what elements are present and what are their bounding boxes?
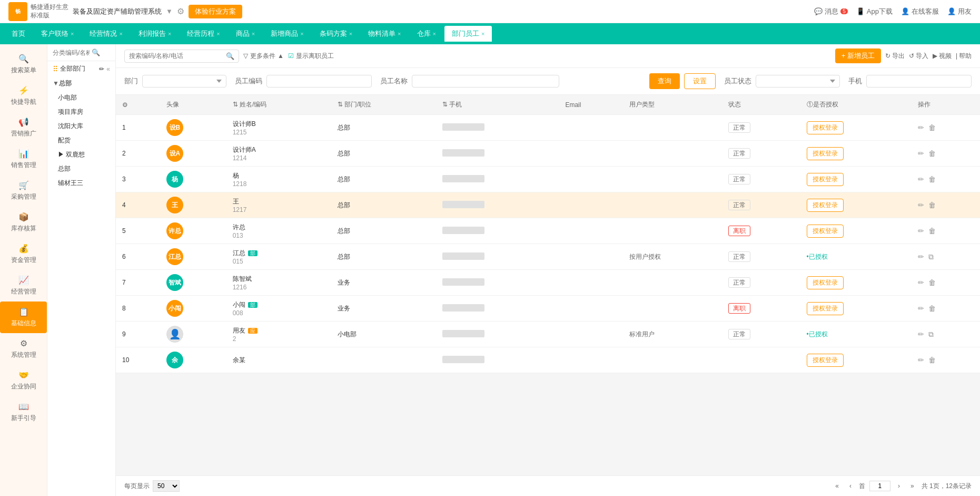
next-page-btn[interactable]: › [895, 481, 903, 491]
edit-icon[interactable]: ✏ [918, 304, 924, 313]
nav-collab[interactable]: 🤝企业协同 [0, 365, 47, 396]
page-number-input[interactable] [869, 481, 890, 491]
copy-icon[interactable]: ⧉ [928, 330, 934, 339]
tab-bom[interactable]: 物料清单 × [361, 26, 408, 42]
sidebar-search-box[interactable]: 🔍 [53, 48, 100, 56]
dept-item-zongbu-parent[interactable]: ▼总部 [47, 76, 115, 91]
auth-button[interactable]: 授权登录 [807, 199, 844, 212]
search-icon[interactable]: 🔍 [226, 52, 234, 60]
dept-item-xiangmukufang[interactable]: 项目库房 [47, 105, 115, 119]
tab-new-goods[interactable]: 新增商品 × [263, 26, 311, 42]
all-dept-title[interactable]: ⠿ 全部部门 ✏ « [47, 61, 115, 76]
edit-icon[interactable]: ✏ [918, 175, 924, 183]
tab-dept-staff[interactable]: 部门员工 × [444, 26, 492, 42]
close-icon[interactable]: × [433, 31, 436, 37]
close-icon[interactable]: × [300, 31, 303, 37]
col-name-code[interactable]: ⇅ 姓名/编码 [226, 95, 331, 115]
user-menu[interactable]: 👤 用友 [947, 7, 972, 16]
close-icon[interactable]: × [71, 31, 74, 37]
edit-icon[interactable]: ✏ [918, 227, 924, 235]
sidebar-search-icon[interactable]: 🔍 [92, 48, 100, 56]
last-page-btn[interactable]: » [907, 481, 917, 491]
online-service-btn[interactable]: 👤 在线客服 [901, 7, 939, 16]
edit-icon[interactable]: ✏ [918, 330, 924, 338]
nav-purchase[interactable]: 🛒采购管理 [0, 175, 47, 207]
emp-status-select[interactable] [756, 75, 840, 87]
show-resigned-toggle[interactable]: ☑ 显示离职员工 [288, 52, 334, 61]
nav-shortcut[interactable]: ⚡快捷导航 [0, 80, 47, 112]
query-button[interactable]: 查询 [649, 73, 680, 89]
nav-guide[interactable]: 📖新手引导 [0, 396, 47, 428]
close-icon[interactable]: × [481, 31, 484, 37]
export-button[interactable]: ↻ 导出 [885, 52, 905, 61]
tab-home[interactable]: 首页 [4, 26, 33, 42]
tab-customer[interactable]: 客户联络 × [34, 26, 81, 42]
dept-item-xiaodiandian[interactable]: 小电部 [47, 91, 115, 105]
help-button[interactable]: | 帮助 [956, 52, 972, 61]
emp-name-input[interactable] [412, 75, 559, 87]
auth-button[interactable]: 授权登录 [807, 225, 844, 238]
auth-button[interactable]: 授权登录 [807, 173, 844, 186]
nav-marketing[interactable]: 📢营销推广 [0, 112, 47, 143]
tab-history[interactable]: 经营历程 × [180, 26, 227, 42]
delete-icon[interactable]: 🗑 [928, 304, 936, 313]
nav-finance[interactable]: 💰资金管理 [0, 238, 47, 270]
tab-profit[interactable]: 利润报告 × [131, 26, 179, 42]
tab-goods[interactable]: 商品 × [229, 26, 262, 42]
delete-icon[interactable]: 🗑 [928, 175, 936, 183]
trial-button[interactable]: 体验行业方案 [189, 5, 242, 18]
edit-icon[interactable]: ✏ [918, 123, 924, 132]
dept-item-shenyangdaku[interactable]: 沈阳大库 [47, 119, 115, 133]
message-btn[interactable]: 💬 消息 5 [814, 7, 848, 16]
emp-code-input[interactable] [266, 75, 372, 87]
close-icon[interactable]: × [168, 31, 171, 37]
auth-button[interactable]: 授权登录 [807, 354, 844, 367]
collapse-sidebar-icon[interactable]: « [106, 65, 110, 73]
nav-search[interactable]: 🔍搜索菜单 [0, 48, 47, 80]
system-dropdown-icon[interactable]: ▼ [166, 7, 173, 15]
edit-icon[interactable]: ✏ [918, 149, 924, 158]
auth-button[interactable]: 授权登录 [807, 121, 844, 134]
tab-operation[interactable]: 经营情况 × [82, 26, 130, 42]
sidebar-search-input[interactable] [53, 49, 90, 56]
edit-dept-icon[interactable]: ✏ [99, 65, 104, 73]
more-filter-btn[interactable]: ▽ 更多条件 ▲ [243, 52, 284, 61]
delete-icon[interactable]: 🗑 [928, 227, 936, 235]
close-icon[interactable]: × [252, 31, 255, 37]
view-button[interactable]: ▶ 视频 [933, 52, 952, 61]
tab-barcode[interactable]: 条码方案 × [312, 26, 360, 42]
delete-icon[interactable]: 🗑 [928, 201, 936, 209]
add-employee-button[interactable]: + 新增员工 [835, 48, 881, 63]
edit-icon[interactable]: ✏ [918, 278, 924, 287]
gear-icon[interactable]: ⚙ [177, 6, 184, 16]
dept-item-peihuo[interactable]: 配货 [47, 133, 115, 148]
nav-sales[interactable]: 📊销售管理 [0, 143, 47, 175]
search-box[interactable]: 🔍 [124, 50, 239, 63]
col-phone[interactable]: ⇅ 手机 [436, 95, 559, 115]
edit-icon[interactable]: ✏ [918, 201, 924, 209]
close-icon[interactable]: × [216, 31, 220, 37]
copy-icon[interactable]: ⧉ [928, 252, 934, 261]
nav-system[interactable]: ⚙系统管理 [0, 333, 47, 365]
setting-button[interactable]: 设置 [684, 73, 716, 89]
close-icon[interactable]: × [398, 31, 401, 37]
dept-filter-select[interactable] [142, 75, 226, 87]
import-button[interactable]: ↺ 导入 [909, 52, 928, 61]
delete-icon[interactable]: 🗑 [928, 149, 936, 158]
search-input[interactable] [129, 52, 224, 60]
dept-item-zongbu-sub[interactable]: 总部 [47, 162, 115, 176]
delete-icon[interactable]: 🗑 [928, 123, 936, 132]
close-icon[interactable]: × [119, 31, 122, 37]
edit-icon[interactable]: ✏ [918, 252, 924, 261]
close-icon[interactable]: × [349, 31, 352, 37]
phone-input[interactable] [866, 75, 972, 87]
nav-business[interactable]: 📈经营管理 [0, 270, 47, 302]
delete-icon[interactable]: 🗑 [928, 278, 936, 287]
nav-basic-info[interactable]: 📋基础信息 [0, 302, 47, 333]
auth-button[interactable]: 授权登录 [807, 276, 844, 289]
delete-icon[interactable]: 🗑 [928, 356, 936, 364]
prev-page-btn[interactable]: ‹ [846, 481, 855, 491]
dept-item-shuanglusiang[interactable]: ▶ 双鹿想 [47, 148, 115, 162]
edit-icon[interactable]: ✏ [918, 356, 924, 364]
dept-item-fucaiwangsan[interactable]: 辅材王三 [47, 176, 115, 190]
